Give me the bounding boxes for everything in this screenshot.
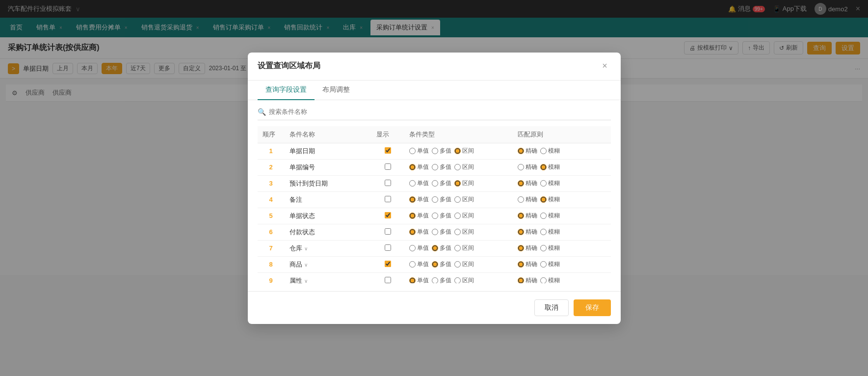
cell-order-6: 6 <box>258 224 285 240</box>
radio-type-多值-8[interactable] <box>432 261 438 268</box>
cell-display-9[interactable] <box>371 272 404 275</box>
radio-type-区间-6[interactable] <box>454 229 461 235</box>
cell-match-1: 精确模糊 <box>513 143 610 159</box>
radio-type-区间-3[interactable] <box>454 180 461 187</box>
cell-name-2: 单据编号 <box>285 159 371 175</box>
radio-match-精确-6[interactable] <box>518 229 524 235</box>
table-row: 1单据日期单值多值区间精确模糊 <box>258 143 611 159</box>
radio-type-区间-4[interactable] <box>454 196 461 203</box>
radio-match-精确-7[interactable] <box>518 245 524 251</box>
cell-display-2[interactable] <box>371 159 404 175</box>
radio-type-单值-3[interactable] <box>409 180 416 187</box>
modal-overlay: 设置查询区域布局 × 查询字段设置 布局调整 🔍 <box>0 0 868 275</box>
cell-display-1[interactable] <box>371 143 404 159</box>
radio-type-单值-6[interactable] <box>409 229 416 235</box>
checkbox-display-3[interactable] <box>385 180 391 186</box>
table-row: 4备注单值多值区间精确模糊 <box>258 191 611 208</box>
cell-display-5[interactable] <box>371 208 404 224</box>
radio-type-多值-4[interactable] <box>432 196 438 203</box>
cell-match-8: 精确模糊 <box>513 256 610 272</box>
radio-type-区间-7[interactable] <box>454 245 461 251</box>
cell-display-3[interactable] <box>371 175 404 191</box>
th-type: 条件类型 <box>404 126 513 143</box>
checkbox-display-6[interactable] <box>385 228 391 235</box>
tab-layout-adjust[interactable]: 布局调整 <box>315 81 358 100</box>
conditions-table: 顺序 条件名称 显示 条件类型 匹配原则 1单据日期单值多值区间精确模糊2单据编… <box>258 126 611 275</box>
table-row: 2单据编号单值多值区间精确模糊 <box>258 159 611 175</box>
radio-match-模糊-8[interactable] <box>540 261 547 268</box>
table-row: 3预计到货日期单值多值区间精确模糊 <box>258 175 611 191</box>
radio-type-单值-7[interactable] <box>409 245 416 251</box>
radio-type-单值-2[interactable] <box>409 164 416 170</box>
checkbox-display-7[interactable] <box>385 244 391 251</box>
th-display: 显示 <box>371 126 404 143</box>
cell-type-9: 单值多值区间 <box>404 272 513 275</box>
radio-type-多值-6[interactable] <box>432 229 438 235</box>
radio-type-多值-5[interactable] <box>432 213 438 219</box>
radio-type-单值-8[interactable] <box>409 261 416 268</box>
cell-type-1: 单值多值区间 <box>404 143 513 159</box>
radio-type-多值-3[interactable] <box>432 180 438 187</box>
radio-type-区间-2[interactable] <box>454 164 461 170</box>
th-order: 顺序 <box>258 126 285 143</box>
radio-type-区间-8[interactable] <box>454 261 461 268</box>
radio-type-单值-5[interactable] <box>409 213 416 219</box>
cell-order-1: 1 <box>258 143 285 159</box>
radio-match-精确-4[interactable] <box>518 196 524 203</box>
cell-order-7: 7 <box>258 240 285 256</box>
radio-match-模糊-3[interactable] <box>540 180 547 187</box>
cell-match-4: 精确模糊 <box>513 191 610 208</box>
cell-display-6[interactable] <box>371 224 404 240</box>
cell-name-5: 单据状态 <box>285 208 371 224</box>
radio-type-多值-1[interactable] <box>432 148 438 154</box>
cell-order-9: 9 <box>258 272 285 275</box>
checkbox-display-2[interactable] <box>385 163 391 170</box>
cell-type-8: 单值多值区间 <box>404 256 513 272</box>
checkbox-display-4[interactable] <box>385 196 391 202</box>
tab-query-settings[interactable]: 查询字段设置 <box>258 81 315 100</box>
cell-display-4[interactable] <box>371 191 404 208</box>
radio-match-精确-2[interactable] <box>518 164 524 170</box>
radio-match-模糊-4[interactable] <box>540 196 547 203</box>
cell-match-3: 精确模糊 <box>513 175 610 191</box>
radio-match-模糊-6[interactable] <box>540 229 547 235</box>
cell-name-4: 备注 <box>285 191 371 208</box>
radio-match-精确-3[interactable] <box>518 180 524 187</box>
modal-close-btn[interactable]: × <box>599 60 611 72</box>
cell-order-2: 2 <box>258 159 285 175</box>
cell-order-3: 3 <box>258 175 285 191</box>
radio-type-多值-7[interactable] <box>432 245 438 251</box>
modal-body: 🔍 顺序 条件名称 显示 条件类型 匹配原则 <box>248 100 621 275</box>
cell-type-4: 单值多值区间 <box>404 191 513 208</box>
checkbox-display-1[interactable] <box>385 147 391 154</box>
cell-name-7: 仓库 ∨ <box>285 240 371 256</box>
modal-header: 设置查询区域布局 × <box>248 53 621 81</box>
radio-match-精确-8[interactable] <box>518 261 524 268</box>
radio-type-单值-4[interactable] <box>409 196 416 203</box>
radio-type-多值-2[interactable] <box>432 164 438 170</box>
radio-match-精确-5[interactable] <box>518 213 524 219</box>
radio-match-模糊-7[interactable] <box>540 245 547 251</box>
radio-type-区间-5[interactable] <box>454 213 461 219</box>
cell-order-4: 4 <box>258 191 285 208</box>
radio-type-单值-1[interactable] <box>409 148 416 154</box>
th-name: 条件名称 <box>285 126 371 143</box>
cell-type-2: 单值多值区间 <box>404 159 513 175</box>
radio-match-模糊-1[interactable] <box>540 148 547 154</box>
checkbox-display-8[interactable] <box>385 261 391 267</box>
th-match: 匹配原则 <box>513 126 610 143</box>
cell-type-5: 单值多值区间 <box>404 208 513 224</box>
cell-display-8[interactable] <box>371 256 404 272</box>
search-input[interactable] <box>269 108 611 115</box>
conditions-table-scroll: 顺序 条件名称 显示 条件类型 匹配原则 1单据日期单值多值区间精确模糊2单据编… <box>258 126 611 275</box>
cell-display-7[interactable] <box>371 240 404 256</box>
radio-type-区间-1[interactable] <box>454 148 461 154</box>
search-icon: 🔍 <box>258 108 266 116</box>
cell-match-9: 精确模糊 <box>513 272 610 275</box>
radio-match-模糊-2[interactable] <box>540 164 547 170</box>
radio-match-精确-1[interactable] <box>518 148 524 154</box>
cell-order-5: 5 <box>258 208 285 224</box>
cell-name-8: 商品 ∨ <box>285 256 371 272</box>
radio-match-模糊-5[interactable] <box>540 213 547 219</box>
checkbox-display-5[interactable] <box>385 212 391 218</box>
